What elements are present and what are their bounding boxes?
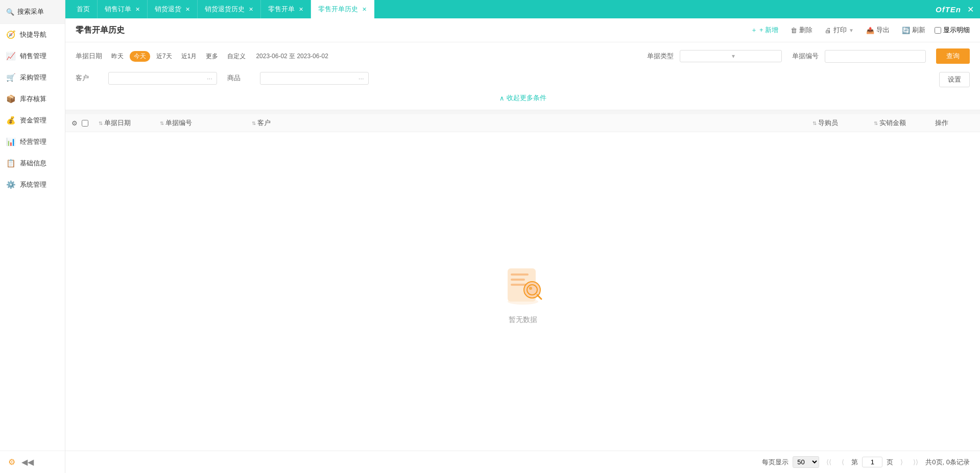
sidebar-item-sales-mgmt[interactable]: 📈 销售管理 (0, 45, 65, 67)
tab-retail-open-history-close[interactable]: ✕ (362, 6, 367, 13)
query-area: 查询 (936, 48, 970, 64)
date-btn-today[interactable]: 今天 (130, 51, 150, 62)
date-btn-last1month[interactable]: 近1月 (178, 51, 200, 62)
display-detail-checkbox[interactable] (935, 27, 941, 34)
filter-row-2: 客户 ··· 商品 ··· 设置 (76, 69, 970, 87)
svg-line-7 (537, 295, 541, 299)
col-action-label: 操作 (935, 118, 948, 128)
tab-sales-return-history-close[interactable]: ✕ (249, 6, 253, 13)
sidebar-item-basic-info[interactable]: 📋 基础信息 (0, 153, 65, 174)
query-button[interactable]: 查询 (936, 48, 970, 64)
sort-icon: ⇅ (874, 120, 878, 126)
col-amount[interactable]: ⇅ 实销金额 (872, 118, 933, 128)
print-label: 打印 (833, 26, 847, 35)
sidebar-item-finance[interactable]: 💰 资金管理 (0, 110, 65, 131)
prev-page-btn[interactable]: ⟨ (839, 457, 847, 467)
date-btn-yesterday[interactable]: 昨天 (108, 51, 127, 62)
settings-button[interactable]: 设置 (939, 72, 970, 87)
sidebar-item-sys-mgmt[interactable]: ⚙️ 系统管理 (0, 174, 65, 195)
sidebar-search-label: 搜索采单 (17, 7, 44, 16)
sidebar-item-operations[interactable]: 📊 经营管理 (0, 131, 65, 153)
content-area: 零售开单历史 ＋ + 新增 🗑 删除 🖨 打印 ▼ 📤 导出 (65, 18, 980, 473)
sales-icon: 📈 (6, 52, 16, 61)
customer-filter-label: 客户 (76, 73, 104, 83)
col-customer-label: 客户 (257, 118, 271, 128)
empty-state: 暂无数据 (65, 132, 980, 451)
sidebar-item-label: 系统管理 (20, 180, 46, 189)
refresh-label: 刷新 (912, 26, 925, 35)
sn-input[interactable] (829, 53, 921, 60)
tab-home[interactable]: 首页 (69, 0, 98, 18)
col-customer[interactable]: ⇅ 客户 (250, 118, 810, 128)
operations-icon: 📊 (6, 137, 16, 146)
col-date[interactable]: ⇅ 单据日期 (97, 118, 158, 128)
tab-retail-open[interactable]: 零售开单 ✕ (261, 0, 311, 18)
collapse-button[interactable]: ∧ 收起更多条件 (493, 92, 553, 104)
sn-filter: 单据编号 (792, 50, 926, 63)
goods-browse-icon[interactable]: ··· (358, 74, 364, 82)
col-sn[interactable]: ⇅ 单据编号 (158, 118, 250, 128)
sort-icon: ⇅ (812, 120, 817, 126)
sn-input-wrap (825, 50, 926, 63)
purchase-icon: 🛒 (6, 73, 16, 82)
type-select[interactable]: ▾ (680, 50, 782, 62)
date-btn-custom[interactable]: 自定义 (224, 51, 249, 62)
chevron-down-icon: ▾ (732, 53, 777, 60)
sort-icon: ⇅ (99, 120, 103, 126)
sidebar-item-label: 库存核算 (20, 94, 46, 104)
select-all-checkbox[interactable] (82, 120, 88, 127)
print-icon: 🖨 (825, 27, 831, 34)
tab-retail-open-history[interactable]: 零售开单历史 ✕ (311, 0, 374, 18)
col-guide[interactable]: ⇅ 导购员 (810, 118, 872, 128)
goods-input-wrap: ··· (260, 72, 369, 85)
page-label: 第 (851, 458, 858, 467)
window-close-btn[interactable]: ✕ (965, 5, 976, 14)
delete-button[interactable]: 🗑 删除 (787, 23, 816, 37)
next-page-btn[interactable]: ⟩ (897, 457, 906, 467)
table-header: ⚙ ⇅ 单据日期 ⇅ 单据编号 ⇅ 客户 ⇅ 导购员 (65, 114, 980, 132)
table-settings-icon[interactable]: ⚙ (71, 119, 78, 127)
tab-sales-order[interactable]: 销售订单 ✕ (98, 0, 148, 18)
search-icon: 🔍 (6, 8, 14, 16)
date-range-display: 2023-06-02 至 2023-06-02 (256, 52, 328, 61)
export-icon: 📤 (866, 27, 874, 34)
per-page-label: 每页显示 (762, 458, 788, 467)
tab-sales-return-history[interactable]: 销货退货历史 ✕ (198, 0, 261, 18)
filter-row-1: 单据日期 昨天 今天 近7天 近1月 更多 自定义 2023-06-02 至 2… (76, 48, 970, 64)
svg-rect-4 (511, 284, 527, 286)
last-page-btn[interactable]: ⟩⟩ (910, 457, 921, 467)
type-filter: 单据类型 ▾ (647, 50, 782, 62)
sidebar-collapse-btn[interactable]: ◀◀ (21, 457, 34, 467)
type-filter-label: 单据类型 (647, 52, 676, 61)
refresh-button[interactable]: 🔄 刷新 (899, 23, 928, 37)
date-filter: 单据日期 昨天 今天 近7天 近1月 更多 自定义 2023-06-02 至 2… (76, 51, 328, 62)
per-page-select[interactable]: 50 100 200 (793, 456, 819, 468)
tab-sales-return[interactable]: 销货退货 ✕ (148, 0, 198, 18)
toolbar: ＋ + 新增 🗑 删除 🖨 打印 ▼ 📤 导出 🔄 (748, 23, 970, 37)
add-button[interactable]: ＋ + 新增 (748, 23, 781, 37)
print-button[interactable]: 🖨 打印 ▼ (822, 23, 857, 37)
first-page-btn[interactable]: ⟨⟨ (823, 457, 834, 467)
sidebar-item-purchase-mgmt[interactable]: 🛒 采购管理 (0, 67, 65, 88)
tab-retail-open-label: 零售开单 (268, 5, 295, 14)
finance-icon: 💰 (6, 116, 16, 125)
export-button[interactable]: 📤 导出 (863, 23, 893, 37)
sidebar-item-quick-nav[interactable]: 🧭 快捷导航 (0, 24, 65, 45)
tab-retail-open-close[interactable]: ✕ (299, 6, 303, 13)
tab-sales-order-label: 销售订单 (105, 5, 131, 14)
goods-input[interactable] (265, 74, 356, 82)
customer-browse-icon[interactable]: ··· (207, 74, 212, 82)
sidebar-settings-btn[interactable]: ⚙ (8, 457, 15, 467)
delete-icon: 🗑 (791, 27, 797, 34)
export-label: 导出 (876, 26, 890, 35)
page-input[interactable] (862, 457, 882, 467)
date-btn-more[interactable]: 更多 (203, 51, 221, 62)
tab-sales-order-close[interactable]: ✕ (135, 6, 140, 13)
print-chevron-icon: ▼ (849, 28, 854, 33)
customer-input[interactable] (113, 74, 205, 82)
sidebar-item-inventory[interactable]: 📦 库存核算 (0, 88, 65, 110)
sidebar-search[interactable]: 🔍 搜索采单 (0, 0, 65, 24)
tab-sales-return-close[interactable]: ✕ (185, 6, 190, 13)
top-nav: 首页 销售订单 ✕ 销货退货 ✕ 销货退货历史 ✕ 零售开单 ✕ 零售开单历史 … (65, 0, 980, 18)
date-btn-last7[interactable]: 近7天 (153, 51, 175, 62)
